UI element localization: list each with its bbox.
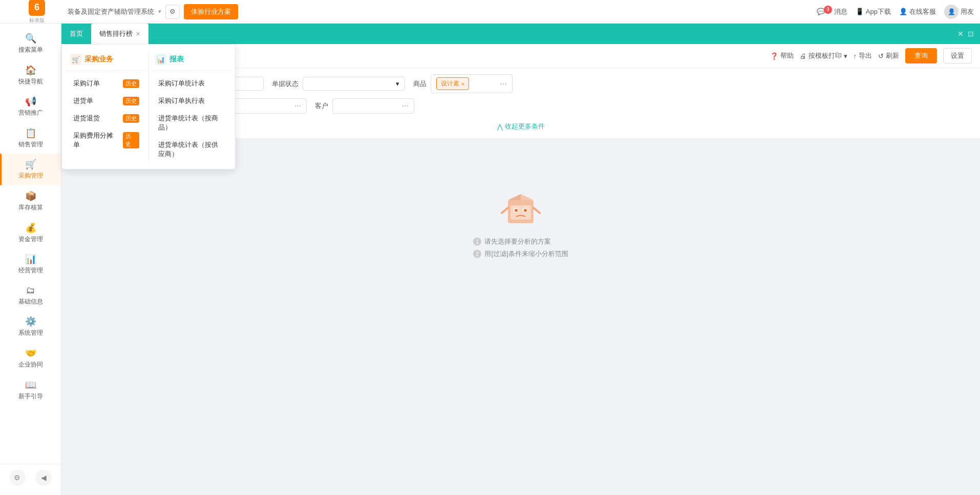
print-btn[interactable]: 🖨 按模板打印 ▾ <box>800 51 847 60</box>
industry-btn[interactable]: 体验行业方案 <box>184 4 238 19</box>
goods-label: 商品 <box>413 79 427 89</box>
tab-home[interactable]: 首页 <box>61 24 91 44</box>
svg-marker-2 <box>521 194 534 200</box>
tab-sales-ranking[interactable]: 销售排行榜 ✕ <box>91 24 148 44</box>
maximize-icon[interactable]: ⊡ <box>968 30 974 38</box>
empty-hint-1: 1 请先选择要分析的方案 <box>473 237 568 246</box>
sidebar-label-operations: 经营管理 <box>18 267 43 275</box>
customer-label: 客户 <box>315 101 328 111</box>
salesperson-input[interactable]: ··· <box>225 98 307 114</box>
app-download-btn[interactable]: 📱 App下载 <box>856 7 891 16</box>
sidebar-label-system: 系统管理 <box>18 329 43 337</box>
salesperson-more-icon[interactable]: ··· <box>294 101 301 111</box>
history-badge-1: 历史 <box>123 97 139 105</box>
sidebar-item-quick-nav[interactable]: 🏠 快捷导航 <box>0 59 61 91</box>
sidebar-label-guide: 新手引导 <box>18 393 43 401</box>
goods-more-icon[interactable]: ··· <box>500 79 506 89</box>
user-label: 用友 <box>961 7 974 16</box>
empty-illustration <box>493 180 549 231</box>
hint2-dot: 2 <box>473 250 481 258</box>
dropdown-cols: 🛒 采购业务 采购订单 历史 进货单 历史 进货退货 历史 采购费用分摊单 历史 <box>62 51 235 163</box>
sidebar-item-inventory[interactable]: 📦 库存核算 <box>0 185 61 217</box>
export-btn[interactable]: ↑ 导出 <box>854 51 872 60</box>
report-col-icon: 📊 <box>155 54 166 65</box>
header-title-area: 装备及固定资产辅助管理系统 ▾ ⚙ 体验行业方案 <box>68 4 817 19</box>
settings-btn[interactable]: 设置 <box>943 48 972 63</box>
sidebar-item-guide[interactable]: 📖 新手引导 <box>0 374 61 406</box>
header: 6 标准版 装备及固定资产辅助管理系统 ▾ ⚙ 体验行业方案 💬 9 消息 📱 … <box>0 0 980 24</box>
sidebar-item-marketing[interactable]: 📢 营销推广 <box>0 91 61 122</box>
tab-close-icon[interactable]: ✕ <box>136 31 140 37</box>
sidebar-label-marketing: 营销推广 <box>18 109 43 117</box>
online-service-btn[interactable]: 👤 在线客服 <box>899 7 936 16</box>
avatar: 👤 <box>944 5 958 19</box>
sidebar-item-search[interactable]: 🔍 搜索菜单 <box>0 28 61 59</box>
report-divider <box>151 70 231 71</box>
voucher-status-input[interactable]: ▾ <box>303 77 405 91</box>
operations-icon: 📊 <box>25 253 36 265</box>
sidebar-collapse-btn[interactable]: ◀ <box>35 469 52 486</box>
active-bar <box>0 154 2 185</box>
sidebar-label-sales: 销售管理 <box>18 141 43 149</box>
hint2-text: 用[过滤]条件来缩小分析范围 <box>484 249 568 259</box>
report-col-header: 📊 报表 <box>155 51 227 70</box>
collapse-up-icon: ⋀ <box>497 123 503 131</box>
user-area[interactable]: 👤 用友 <box>944 5 974 19</box>
sidebar-item-cooperation[interactable]: 🤝 企业协同 <box>0 342 61 374</box>
dropdown-item-report-order-stats[interactable]: 采购订单统计表 <box>155 75 227 92</box>
dropdown-item-purchase-expense[interactable]: 采购费用分摊单 历史 <box>70 127 142 154</box>
logo-subtext: 标准版 <box>29 17 45 24</box>
sidebar-label-finance: 资金管理 <box>18 235 43 244</box>
close-window-icon[interactable]: ✕ <box>957 30 964 38</box>
purchase-divider <box>66 70 146 71</box>
dropdown-item-report-receipt-supplier[interactable]: 进货单统计表（按供应商） <box>155 136 227 163</box>
purchase-col-header: 🛒 采购业务 <box>70 51 142 70</box>
goods-input[interactable]: 设计素 × ··· <box>431 74 513 93</box>
sidebar-item-sales[interactable]: 📋 销售管理 <box>0 122 61 154</box>
hint1-dot: 1 <box>473 238 481 246</box>
dropdown-item-report-receipt-goods[interactable]: 进货单统计表（按商品） <box>155 110 227 136</box>
title-dropdown-icon[interactable]: ▾ <box>158 8 161 15</box>
header-settings-btn[interactable]: ⚙ <box>165 5 180 19</box>
history-badge-3: 历史 <box>123 132 139 148</box>
refresh-btn[interactable]: ↺ 刷新 <box>878 51 899 60</box>
dropdown-item-purchase-receipt[interactable]: 进货单 历史 <box>70 92 142 110</box>
sidebar-item-purchase[interactable]: 🛒 采购管理 <box>0 154 61 185</box>
dropdown-item-purchase-order[interactable]: 采购订单 历史 <box>70 75 142 92</box>
sidebar-item-basic-info[interactable]: 🗂 基础信息 <box>0 280 61 311</box>
inventory-icon: 📦 <box>25 190 36 202</box>
header-right: 💬 9 消息 📱 App下载 👤 在线客服 👤 用友 <box>817 5 974 19</box>
filter-voucher-status: 单据状态 ▾ <box>272 77 405 91</box>
tab-home-label: 首页 <box>70 29 83 38</box>
service-icon: 👤 <box>899 8 907 15</box>
goods-tag-close[interactable]: × <box>461 81 464 87</box>
home-icon: 🏠 <box>25 64 36 76</box>
collapse-label: 收起更多条件 <box>505 122 545 131</box>
empty-hints: 1 请先选择要分析的方案 2 用[过滤]条件来缩小分析范围 <box>473 237 568 262</box>
dropdown-item-purchase-return[interactable]: 进货退货 历史 <box>70 110 142 127</box>
basic-info-icon: 🗂 <box>26 285 35 296</box>
goods-tag: 设计素 × <box>436 77 469 90</box>
sidebar-settings-btn[interactable]: ⚙ <box>9 469 26 486</box>
sidebar-label-purchase: 采购管理 <box>18 172 43 180</box>
help-btn[interactable]: ❓ 帮助 <box>770 51 794 60</box>
export-icon: ↑ <box>854 52 857 60</box>
svg-line-9 <box>534 208 540 213</box>
history-badge-2: 历史 <box>123 114 139 123</box>
guide-icon: 📖 <box>25 379 36 391</box>
sidebar-item-system[interactable]: ⚙️ 系统管理 <box>0 311 61 342</box>
sidebar-item-operations[interactable]: 📊 经营管理 <box>0 248 61 280</box>
purchase-col-title: 采购业务 <box>84 55 113 64</box>
svg-point-6 <box>515 209 518 212</box>
notifications-btn[interactable]: 💬 9 消息 <box>817 7 847 16</box>
sidebar-item-finance[interactable]: 💰 资金管理 <box>0 217 61 249</box>
query-btn[interactable]: 查询 <box>905 48 937 63</box>
customer-input[interactable]: ··· <box>332 98 414 114</box>
customer-more-icon[interactable]: ··· <box>402 101 409 111</box>
tab-sales-ranking-label: 销售排行榜 <box>99 29 133 38</box>
dropdown-item-report-order-exec[interactable]: 采购订单执行表 <box>155 92 227 110</box>
voucher-status-label: 单据状态 <box>272 79 299 89</box>
history-badge-0: 历史 <box>123 79 139 88</box>
print-icon: 🖨 <box>800 52 806 60</box>
notification-count: 9 <box>824 6 832 14</box>
